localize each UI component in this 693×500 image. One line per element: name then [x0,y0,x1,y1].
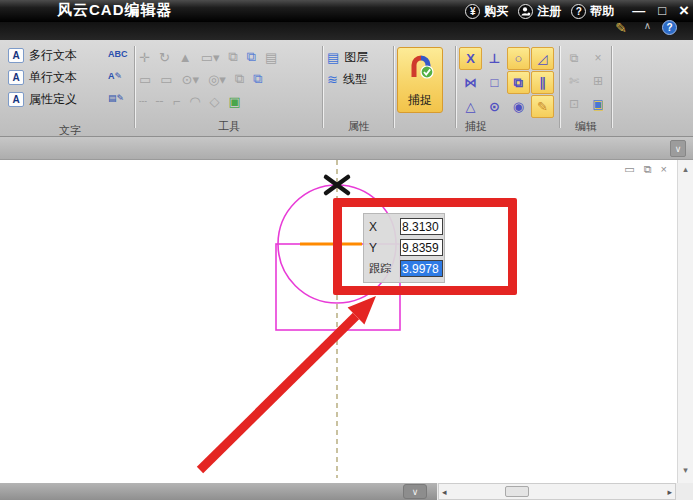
copy-button[interactable]: ⧉ [564,47,584,69]
snap-center[interactable]: ○ [507,47,530,70]
table-tool-icon[interactable]: ▣ [229,94,241,109]
block-tool-icon[interactable]: ⧉ [253,71,262,87]
snap-insertion[interactable]: ⧉ [507,71,530,94]
linetype-sample-icon[interactable]: ┄ [139,94,147,109]
layer-button[interactable]: ▤ 图层 [327,46,391,68]
zoom-tool-icon[interactable]: ⊙▾ [182,72,199,87]
snap-perpendicular[interactable]: ⊥ [483,47,506,70]
open-file-icon[interactable]: ▭ [160,72,172,87]
attribute-define-icon: A [8,92,24,107]
properties-group-label: 属性 [327,119,391,134]
mdi-window-controls: ▭ ⧉ × [624,163,667,176]
erase-tool-icon[interactable]: ◎▾ [208,72,226,87]
snap-nearest[interactable]: ◉ [507,95,530,118]
snap-intersection[interactable]: X [459,47,482,70]
vertical-scrollbar[interactable]: ▴ ▾ [677,160,693,483]
copy-icon[interactable]: ⧉ [229,49,238,65]
group-separator [559,46,560,128]
multiline-text-label: 多行文本 [29,47,77,64]
mdi-close-icon[interactable]: × [661,163,667,176]
question-icon: ? [571,4,586,19]
group-separator [393,46,394,128]
snap-quadrant[interactable]: ⊙ [483,95,506,118]
scroll-up-arrow[interactable]: ▴ [678,164,693,174]
snap-from[interactable]: ✎ [531,95,554,118]
arc-tool-icon[interactable]: ◠ [189,94,200,109]
minimize-button[interactable]: — [632,0,645,22]
snap-extension[interactable]: ⋈ [459,71,482,94]
keyboard-icon[interactable]: ▤ [265,50,277,65]
snap-toggle-button[interactable]: 捕捉 [397,47,443,113]
quick-access-strip: ✎ ∧ ? [0,22,693,40]
corner-tool-icon[interactable]: ⌐ [173,94,181,109]
snap-group-label: 捕捉 [459,119,556,134]
snap-button-label: 捕捉 [408,92,432,109]
attribute-define-label: 属性定义 [29,91,77,108]
text-style-icon[interactable]: A✎ [108,69,128,83]
ribbon-group-snap: X ⊥ ○ ◿ ⋈ □ ⧉ ∥ △ ⊙ ◉ ✎ 捕捉 [459,47,556,118]
mirror-icon[interactable]: ▲ [179,50,192,65]
cad-editor-window: 风云CAD编辑器 ¥ 购买 注册 ? 帮助 — □ × [0,0,693,500]
group-separator [322,46,323,128]
close-button[interactable]: × [679,0,689,22]
snap-tangent[interactable]: ◿ [531,47,554,70]
collapse-panel-button[interactable]: ∨ [670,140,686,157]
ribbon: A 多行文本 A 单行文本 A 属性定义 ABC A✎ ▤✎ 文字 ✛ ↻ [0,40,693,137]
delete-button[interactable]: × [588,47,608,69]
insert-object-button[interactable]: ▣ [588,93,608,115]
pencil-edit-icon[interactable]: ✎ [615,20,627,36]
rectangle-tool-icon[interactable]: ▭▾ [201,50,220,65]
title-bar: 风云CAD编辑器 ¥ 购买 注册 ? 帮助 — □ × [0,0,693,22]
scroll-right-arrow[interactable]: ▸ [667,487,672,497]
layer-label: 图层 [344,49,368,66]
copy-object-icon[interactable]: ⧉ [235,71,244,87]
maximize-button[interactable]: □ [658,0,666,22]
edit-text-icon[interactable]: ▤✎ [108,91,128,105]
register-button[interactable]: 注册 [518,3,561,20]
text-group-label: 文字 [8,123,132,138]
collapse-ribbon-icon[interactable]: ∧ [644,20,651,31]
spell-check-icon[interactable]: ABC [108,47,128,61]
line-tool-icon[interactable]: ╌ [156,94,164,109]
scroll-down-arrow[interactable]: ▾ [678,465,693,475]
new-file-icon[interactable]: ▭ [139,72,151,87]
cut-button[interactable]: ✄ [564,70,584,92]
group-separator [611,46,612,128]
text-minor-buttons: ABC A✎ ▤✎ [108,47,128,105]
paste-button[interactable]: ⊞ [588,70,608,92]
register-label: 注册 [537,3,561,20]
linetype-button[interactable]: ≋ 线型 [327,68,391,90]
buy-label: 购买 [484,3,508,20]
help-circle-icon[interactable]: ? [662,20,677,35]
scroll-left-arrow[interactable]: ◂ [442,487,447,497]
match-properties-icon[interactable]: ⧉ [247,49,256,65]
ribbon-group-edit: ⧉ × ✄ ⊞ ⊡ ▣ 编辑 [564,47,608,115]
snap-node[interactable]: □ [483,71,506,94]
hatch-tool-icon[interactable]: ◇ [210,94,220,109]
edit-group-label: 编辑 [564,119,608,134]
help-button[interactable]: ? 帮助 [571,3,614,20]
horizontal-scrollbar[interactable]: ◂ ▸ [438,483,676,500]
buy-button[interactable]: ¥ 购买 [465,3,508,20]
rotate-icon[interactable]: ↻ [159,50,170,65]
ribbon-group-text: A 多行文本 A 单行文本 A 属性定义 ABC A✎ ▤✎ 文字 [8,44,132,136]
group-separator [455,46,456,128]
drawing-canvas[interactable]: X Y 跟踪 ▭ ⧉ × ▴ ▾ [0,160,693,483]
yen-icon: ¥ [465,4,480,19]
paste-special-button[interactable]: ⊡ [564,93,584,115]
move-icon[interactable]: ✛ [139,50,150,65]
tools-group-label: 工具 [139,119,319,134]
snap-midpoint[interactable]: △ [459,95,482,118]
horizontal-scroll-thumb[interactable] [505,486,529,497]
linetype-label: 线型 [343,71,367,88]
ribbon-group-tools: ✛ ↻ ▲ ▭▾ ⧉ ⧉ ▤ ▭ ▭ ⊙▾ ◎▾ ⧉ ⧉ ┄ ╌ ⌐ ◠ [139,46,319,112]
status-bottom-bar: ∨ ◂ ▸ [0,483,693,500]
snap-parallel[interactable]: ∥ [531,71,554,94]
app-title: 风云CAD编辑器 [57,1,173,20]
highlight-rectangle-annotation [333,198,517,295]
linetype-icon: ≋ [327,72,338,87]
user-icon [518,4,533,19]
expand-command-bar-button[interactable]: ∨ [403,484,427,499]
mdi-minimize-icon[interactable]: ▭ [624,163,634,176]
mdi-restore-icon[interactable]: ⧉ [644,163,652,176]
